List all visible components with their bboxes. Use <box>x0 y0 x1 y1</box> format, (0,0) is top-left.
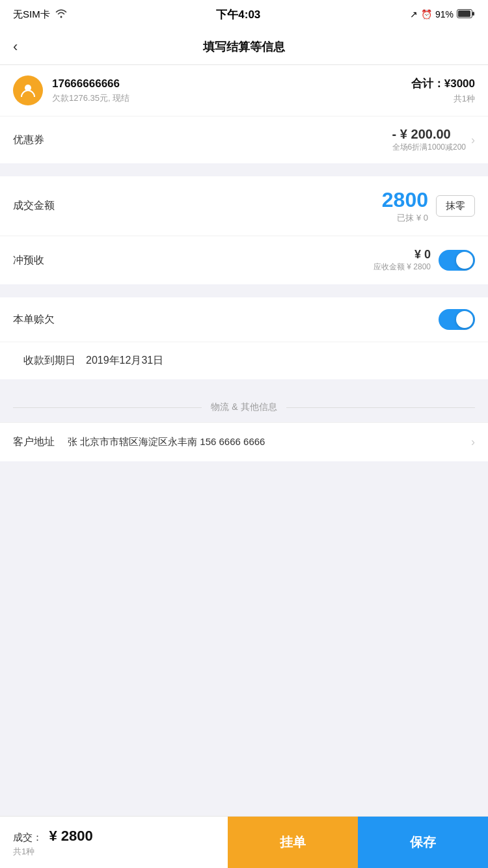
user-icon <box>20 82 36 99</box>
deal-amount-card: 成交金额 2800 已抹 ¥ 0 抹零 冲预收 ¥ 0 应收金额 ¥ 2800 <box>0 176 488 284</box>
address-card: 客户地址 张 北京市市辖区海淀区永丰南 156 6666 6666 › <box>0 422 488 461</box>
customer-card: 17666666666 欠款1276.35元, 现结 合计：¥3000 共1种 … <box>0 65 488 163</box>
customer-right: 合计：¥3000 共1种 <box>411 76 475 105</box>
prepay-col: ¥ 0 应收金额 ¥ 2800 <box>373 248 431 273</box>
bottom-bar: 成交： ¥ 2800 共1种 挂单 保存 <box>0 816 488 868</box>
debt-toggle[interactable] <box>439 309 475 330</box>
section-divider-1 <box>0 170 488 176</box>
address-row[interactable]: 客户地址 张 北京市市辖区海淀区永丰南 156 6666 6666 › <box>0 422 488 461</box>
wifi-icon <box>55 9 67 20</box>
deal-amount-value: 2800 已抹 ¥ 0 抹零 <box>382 188 475 224</box>
hold-button[interactable]: 挂单 <box>228 817 358 869</box>
status-right: ↗ ⏰ 91% <box>410 9 475 20</box>
logistics-separator: 物流 & 其他信息 <box>0 392 488 422</box>
bottom-summary: 成交： ¥ 2800 共1种 <box>0 828 228 858</box>
due-date-row: 收款到期日2019年12月31日 <box>0 342 488 379</box>
status-bar: 无SIM卡 下午4:03 ↗ ⏰ 91% <box>0 0 488 29</box>
save-button[interactable]: 保存 <box>358 817 488 869</box>
total-label: 合计： <box>411 77 444 90</box>
coupon-info: - ¥ 200.00 全场6折满1000减200 <box>392 127 466 153</box>
content-area: 17666666666 欠款1276.35元, 现结 合计：¥3000 共1种 … <box>0 65 488 526</box>
prepay-toggle[interactable] <box>439 250 475 271</box>
round-zero-button[interactable]: 抹零 <box>436 195 475 217</box>
customer-info: 17666666666 欠款1276.35元, 现结 <box>52 77 129 104</box>
coupon-desc: 全场6折满1000减200 <box>392 142 466 153</box>
customer-sub: 欠款1276.35元, 现结 <box>52 92 129 104</box>
logistics-line-right <box>286 407 475 408</box>
alarm-icon: ⏰ <box>421 9 432 20</box>
customer-phone: 17666666666 <box>52 77 129 90</box>
prepay-label: 冲预收 <box>13 254 44 267</box>
total-count: 共1种 <box>411 93 475 105</box>
coupon-row[interactable]: 优惠券 - ¥ 200.00 全场6折满1000减200 › <box>0 116 488 163</box>
address-label: 客户地址 <box>13 435 55 449</box>
back-button[interactable]: ‹ <box>13 38 18 55</box>
toggle-knob <box>456 252 473 269</box>
deal-amount-col: 2800 已抹 ¥ 0 <box>382 188 428 224</box>
nav-bar: ‹ 填写结算等信息 <box>0 29 488 65</box>
battery-text: 91% <box>435 9 454 20</box>
prepay-sub: 应收金额 ¥ 2800 <box>373 262 431 273</box>
bottom-deal-amount: ¥ 2800 <box>49 828 92 844</box>
no-sim-text: 无SIM卡 <box>13 8 50 21</box>
prepay-amount: ¥ 0 <box>414 248 431 262</box>
address-chevron-icon: › <box>471 435 475 449</box>
bottom-deal-row: 成交： ¥ 2800 <box>13 828 215 845</box>
logistics-line-left <box>13 407 202 408</box>
due-date-value: 2019年12月31日 <box>86 355 163 366</box>
bottom-count: 共1种 <box>13 846 215 858</box>
total-amount: 合计：¥3000 <box>411 76 475 91</box>
debt-row: 本单赊欠 <box>0 297 488 342</box>
page-title: 填写结算等信息 <box>203 39 285 55</box>
debt-label: 本单赊欠 <box>13 313 55 327</box>
customer-row: 17666666666 欠款1276.35元, 现结 合计：¥3000 共1种 <box>0 65 488 116</box>
location-icon: ↗ <box>410 9 418 20</box>
section-divider-2 <box>0 291 488 297</box>
deal-erased: 已抹 ¥ 0 <box>397 212 428 224</box>
battery-icon <box>457 9 475 20</box>
total-value: ¥3000 <box>444 77 475 90</box>
avatar <box>13 75 43 105</box>
svg-rect-2 <box>472 12 474 16</box>
deal-amount-number: 2800 <box>382 188 428 212</box>
customer-left: 17666666666 欠款1276.35元, 现结 <box>13 75 129 105</box>
debt-card: 本单赊欠 收款到期日2019年12月31日 <box>0 297 488 379</box>
logistics-text: 物流 & 其他信息 <box>211 401 277 413</box>
prepay-value: ¥ 0 应收金额 ¥ 2800 <box>373 248 475 273</box>
status-left: 无SIM卡 <box>13 8 67 21</box>
address-value: 张 北京市市辖区海淀区永丰南 156 6666 6666 <box>68 435 471 450</box>
debt-toggle-container <box>439 309 475 330</box>
bottom-deal-label: 成交： <box>13 832 42 843</box>
svg-rect-1 <box>458 10 470 17</box>
deal-amount-label: 成交金额 <box>13 199 55 213</box>
coupon-right: - ¥ 200.00 全场6折满1000减200 › <box>392 127 475 153</box>
status-time: 下午4:03 <box>216 7 260 22</box>
debt-toggle-knob <box>456 311 473 328</box>
coupon-amount: - ¥ 200.00 <box>392 127 466 142</box>
deal-amount-row: 成交金额 2800 已抹 ¥ 0 抹零 <box>0 176 488 236</box>
coupon-label: 优惠券 <box>13 133 44 147</box>
prepay-row: 冲预收 ¥ 0 应收金额 ¥ 2800 <box>0 236 488 284</box>
chevron-right-icon: › <box>471 133 475 147</box>
section-divider-3 <box>0 386 488 392</box>
due-date-label: 收款到期日 <box>23 355 75 366</box>
